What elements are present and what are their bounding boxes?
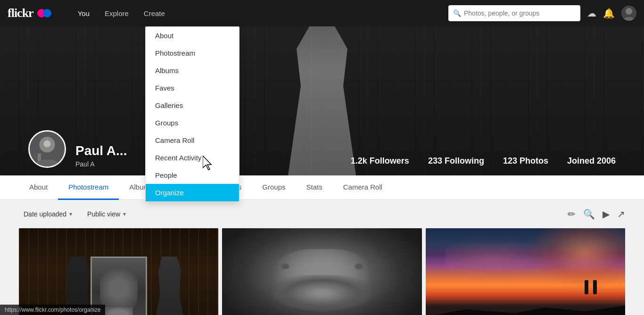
share-icon[interactable]: ↗ xyxy=(617,208,625,220)
menu-item-camera-roll[interactable]: Camera Roll xyxy=(146,132,239,149)
topbar: flickr You Explore Create 🔍 ☁ 🔔 xyxy=(0,0,644,26)
nav-create[interactable]: Create xyxy=(137,6,172,21)
menu-item-galleries[interactable]: Galleries xyxy=(146,97,239,114)
tab-photostream[interactable]: Photostream xyxy=(58,175,119,200)
date-uploaded-label: Date uploaded xyxy=(24,210,66,218)
followers-stat: 1.2k Followers xyxy=(351,156,409,166)
menu-item-about[interactable]: About xyxy=(146,27,239,44)
small-figure-2 xyxy=(593,280,597,294)
menu-item-people[interactable]: People xyxy=(146,166,239,184)
main-content: Date uploaded ▾ Public view ▾ ✏ 🔍 ▶ ↗ xyxy=(0,200,644,315)
nav-explore[interactable]: Explore xyxy=(98,6,135,21)
tab-stats[interactable]: Stats xyxy=(296,175,333,200)
top-nav: You Explore Create xyxy=(71,6,172,21)
menu-item-recent-activity[interactable]: Recent Activity xyxy=(146,149,239,166)
upload-icon[interactable]: ☁ xyxy=(587,8,596,19)
portrait-beard xyxy=(105,307,133,315)
notifications-icon[interactable]: 🔔 xyxy=(603,8,615,19)
dot-blue-icon xyxy=(43,9,51,17)
search-icon: 🔍 xyxy=(453,9,461,17)
chevron-down-icon-2: ▾ xyxy=(123,211,126,217)
profile-sub-name: Paul A xyxy=(75,160,94,168)
photo-grid xyxy=(19,228,625,315)
cloud-right xyxy=(525,228,625,290)
small-figure-1 xyxy=(585,280,588,294)
joined-year: Joined 2006 xyxy=(567,156,616,166)
beard xyxy=(272,275,372,311)
edit-icon[interactable]: ✏ xyxy=(568,208,576,220)
horizon-land xyxy=(426,294,625,315)
profile-bar: Paul A... Paul A 1.2k Followers 233 Foll… xyxy=(0,130,644,175)
menu-item-organize[interactable]: Organize xyxy=(146,184,239,201)
portrait-face xyxy=(100,267,138,310)
flickr-dots-icon xyxy=(37,8,54,18)
photo-toolbar: Date uploaded ▾ Public view ▾ ✏ 🔍 ▶ ↗ xyxy=(19,207,625,221)
following-stat: 233 Following xyxy=(428,156,484,166)
menu-item-groups[interactable]: Groups xyxy=(146,114,239,132)
svg-point-1 xyxy=(626,8,632,15)
photos-stat: 123 Photos xyxy=(503,156,548,166)
date-uploaded-dropdown[interactable]: Date uploaded ▾ xyxy=(19,207,77,221)
photo-card[interactable] xyxy=(19,228,218,315)
avatar[interactable] xyxy=(621,6,636,21)
toolbar-right: ✏ 🔍 ▶ ↗ xyxy=(568,208,625,220)
figure-right xyxy=(151,257,189,315)
slideshow-icon[interactable]: ▶ xyxy=(603,208,610,220)
small-figures xyxy=(585,280,597,294)
hero-cover: Paul A... Paul A 1.2k Followers 233 Foll… xyxy=(0,26,644,175)
followers-count: 1.2k Followers xyxy=(351,156,409,166)
svg-point-5 xyxy=(44,141,51,148)
status-bar: https://www.flickr.com/photos/organize xyxy=(0,305,105,315)
search-photos-icon[interactable]: 🔍 xyxy=(583,208,595,220)
you-dropdown-menu: About Photostream Albums Faves Galleries… xyxy=(145,26,239,202)
chevron-down-icon: ▾ xyxy=(69,211,72,217)
search-bar[interactable]: 🔍 xyxy=(448,5,580,21)
nav-you[interactable]: You xyxy=(71,6,96,21)
status-url: https://www.flickr.com/photos/organize xyxy=(5,307,100,313)
menu-item-photostream[interactable]: Photostream xyxy=(146,44,239,62)
photo-card[interactable] xyxy=(222,228,421,315)
profile-avatar[interactable] xyxy=(28,130,66,168)
public-view-dropdown[interactable]: Public view ▾ xyxy=(83,207,131,221)
tab-about[interactable]: About xyxy=(19,175,58,200)
tab-groups[interactable]: Groups xyxy=(252,175,296,200)
photos-count: 123 Photos xyxy=(503,156,548,166)
menu-item-albums[interactable]: Albums xyxy=(146,62,239,79)
secondary-nav: About Photostream Albums Faves Galleries… xyxy=(0,175,644,200)
topbar-icons: ☁ 🔔 xyxy=(587,6,636,21)
public-view-label: Public view xyxy=(87,210,120,218)
following-count: 233 Following xyxy=(428,156,484,166)
toolbar-left: Date uploaded ▾ Public view ▾ xyxy=(19,207,131,221)
flickr-logo: flickr xyxy=(8,6,64,20)
eye-right xyxy=(355,265,362,268)
tab-camera-roll[interactable]: Camera Roll xyxy=(333,175,393,200)
photo-card[interactable] xyxy=(426,228,625,315)
menu-item-faves[interactable]: Faves xyxy=(146,79,239,97)
profile-stats: 1.2k Followers 233 Following 123 Photos … xyxy=(351,156,616,168)
search-input[interactable] xyxy=(464,9,576,17)
joined-stat: Joined 2006 xyxy=(567,156,616,166)
